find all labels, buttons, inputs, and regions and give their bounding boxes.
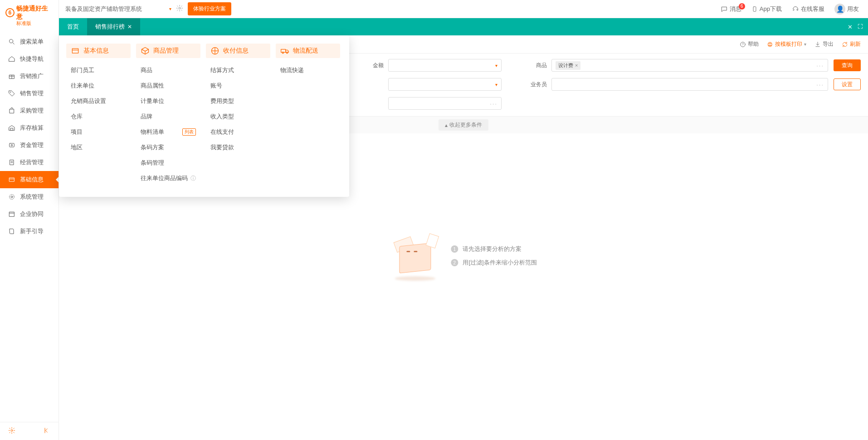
sidebar-item-label: 新手引导 bbox=[20, 227, 44, 235]
mega-item-product[interactable]: 商品 bbox=[136, 63, 200, 78]
mega-item-expense-type[interactable]: 费用类型 bbox=[206, 93, 270, 109]
sidebar-item-quick-nav[interactable]: 快捷导航 bbox=[0, 50, 59, 68]
sidebar-item-basic-info[interactable]: 基础信息 bbox=[0, 171, 59, 188]
svg-rect-25 bbox=[769, 42, 771, 43]
mega-item-barcode-mgmt[interactable]: 条码管理 bbox=[136, 155, 200, 171]
svg-rect-10 bbox=[10, 160, 14, 165]
tab-home[interactable]: 首页 bbox=[59, 18, 87, 35]
sidebar-item-search-menu[interactable]: 搜索菜单 bbox=[0, 33, 59, 50]
sidebar: 6 畅捷通好生意 标准版 搜索菜单 快捷导航 营销推广 销售管理 bbox=[0, 0, 59, 440]
filter-salesman-input[interactable]: ··· bbox=[551, 78, 828, 91]
export-link[interactable]: 导出 bbox=[814, 40, 834, 48]
collapse-sidebar-icon[interactable] bbox=[43, 427, 50, 435]
svg-line-1 bbox=[13, 43, 14, 44]
mega-item-partner[interactable]: 往来单位 bbox=[66, 78, 131, 93]
brand-edition: 标准版 bbox=[16, 20, 53, 27]
svg-point-5 bbox=[10, 92, 11, 93]
mega-head-label: 物流配送 bbox=[293, 47, 318, 55]
empty-step-1: 1 请先选择要分析的方案 bbox=[451, 245, 536, 253]
filter-tertiary-input[interactable]: ··· bbox=[388, 97, 502, 110]
filter-amount-input[interactable]: ▾ bbox=[388, 59, 502, 72]
mega-item-barcode-plan[interactable]: 条码方案 bbox=[136, 140, 200, 155]
gift-icon bbox=[8, 73, 15, 80]
tag-icon bbox=[8, 90, 15, 97]
chevron-down-icon: ▾ bbox=[495, 63, 497, 68]
mega-item-income-type[interactable]: 收入类型 bbox=[206, 109, 270, 124]
mega-item-account[interactable]: 账号 bbox=[206, 78, 270, 93]
mega-item-dept-staff[interactable]: 部门员工 bbox=[66, 63, 131, 78]
tag-remove-icon[interactable]: × bbox=[575, 63, 578, 68]
sidebar-item-sales[interactable]: 销售管理 bbox=[0, 85, 59, 102]
mega-col-logistics: 物流配送 物流快递 bbox=[273, 44, 343, 186]
mega-item-express[interactable]: 物流快递 bbox=[276, 63, 340, 78]
tab-sales-ranking[interactable]: 销售排行榜 ✕ bbox=[87, 18, 140, 35]
sidebar-item-business[interactable]: 经营管理 bbox=[0, 154, 59, 171]
chevron-down-icon: ▾ bbox=[804, 42, 806, 47]
filter-product-input[interactable]: 设计费 × ··· bbox=[551, 59, 828, 72]
sidebar-item-purchase[interactable]: 采购管理 bbox=[0, 102, 59, 119]
empty-state: 1 请先选择要分析的方案 2 用[过滤]条件来缩小分析范围 bbox=[390, 231, 536, 281]
svg-rect-6 bbox=[10, 109, 14, 113]
sidebar-item-label: 资金管理 bbox=[20, 141, 44, 149]
mega-item-label: 在线支付 bbox=[210, 128, 234, 136]
mega-menu: 基本信息 部门员工 往来单位 允销商品设置 仓库 项目 地区 商品管理 商品 商… bbox=[59, 35, 349, 197]
tab-label: 首页 bbox=[67, 23, 79, 31]
online-service-button[interactable]: 在线客服 bbox=[789, 5, 827, 13]
mega-item-region[interactable]: 地区 bbox=[66, 140, 131, 155]
svg-rect-27 bbox=[72, 49, 78, 53]
help-link[interactable]: ? 帮助 bbox=[740, 40, 759, 48]
mega-item-label: 物料清单 bbox=[141, 128, 164, 136]
sidebar-item-label: 快捷导航 bbox=[20, 55, 44, 63]
export-label: 导出 bbox=[823, 40, 834, 48]
user-name: 用友 bbox=[847, 5, 859, 13]
query-button[interactable]: 查询 bbox=[834, 59, 861, 71]
user-menu[interactable]: 👤 用友 bbox=[832, 4, 862, 15]
mega-item-label: 部门员工 bbox=[71, 66, 94, 74]
search-icon bbox=[8, 38, 15, 45]
more-icon[interactable]: ··· bbox=[816, 62, 824, 69]
svg-point-31 bbox=[282, 52, 283, 54]
sidebar-item-marketing[interactable]: 营销推广 bbox=[0, 68, 59, 85]
mega-item-project[interactable]: 项目 bbox=[66, 124, 131, 140]
mega-item-online-pay[interactable]: 在线支付 bbox=[206, 124, 270, 140]
topbar-gear-icon[interactable] bbox=[176, 5, 183, 13]
sidebar-item-system[interactable]: 系统管理 bbox=[0, 188, 59, 205]
tabs-close-all-icon[interactable]: ✕ bbox=[848, 24, 853, 30]
mega-item-label: 允销商品设置 bbox=[71, 97, 106, 105]
tab-label: 销售排行榜 bbox=[95, 23, 125, 31]
collapse-filters-button[interactable]: ▴ 收起更多条件 bbox=[439, 119, 488, 131]
mega-item-allowed-goods[interactable]: 允销商品设置 bbox=[66, 93, 131, 109]
mega-item-label: 往来单位商品编码 bbox=[141, 174, 188, 182]
tab-close-icon[interactable]: ✕ bbox=[127, 24, 132, 30]
system-selector[interactable]: 装备及固定资产辅助管理系统 ▾ bbox=[65, 5, 171, 13]
more-icon[interactable]: ··· bbox=[490, 100, 497, 107]
template-print-link[interactable]: 按模板打印 ▾ bbox=[767, 40, 806, 48]
tabs-fullscreen-icon[interactable] bbox=[857, 23, 863, 31]
more-icon[interactable]: ··· bbox=[816, 81, 824, 88]
filter-secondary-input[interactable]: ▾ bbox=[388, 78, 502, 91]
mega-item-bom[interactable]: 物料清单 列表 bbox=[136, 124, 200, 140]
svg-rect-26 bbox=[769, 45, 771, 47]
svg-point-0 bbox=[10, 39, 13, 43]
mega-item-unit[interactable]: 计量单位 bbox=[136, 93, 200, 109]
message-button[interactable]: 消息 6 bbox=[718, 5, 744, 13]
refresh-link[interactable]: 刷新 bbox=[842, 40, 861, 48]
mega-item-brand[interactable]: 品牌 bbox=[136, 109, 200, 124]
mega-item-loan[interactable]: 我要贷款 bbox=[206, 140, 270, 155]
mega-item-product-attr[interactable]: 商品属性 bbox=[136, 78, 200, 93]
sidebar-item-finance[interactable]: 资金管理 bbox=[0, 137, 59, 154]
mega-col-payment: 收付信息 结算方式 账号 费用类型 收入类型 在线支付 我要贷款 bbox=[203, 44, 273, 186]
empty-step-2: 2 用[过滤]条件来缩小分析范围 bbox=[451, 259, 536, 267]
avatar-icon: 👤 bbox=[834, 4, 845, 15]
mega-item-settle-method[interactable]: 结算方式 bbox=[206, 63, 270, 78]
sidebar-item-guide[interactable]: 新手引导 bbox=[0, 223, 59, 240]
sidebar-item-inventory[interactable]: 库存核算 bbox=[0, 119, 59, 137]
app-download-button[interactable]: App下载 bbox=[749, 5, 785, 13]
sidebar-item-collab[interactable]: 企业协同 bbox=[0, 205, 59, 223]
mega-item-warehouse[interactable]: 仓库 bbox=[66, 109, 131, 124]
mega-item-partner-code[interactable]: 往来单位商品编码 ⓘ bbox=[136, 171, 200, 186]
tabs-bar: 首页 销售排行榜 ✕ ✕ bbox=[59, 18, 868, 35]
settings-button[interactable]: 设置 bbox=[834, 78, 861, 90]
industry-plan-button[interactable]: 体验行业方案 bbox=[188, 2, 231, 15]
settings-icon[interactable] bbox=[8, 427, 15, 435]
